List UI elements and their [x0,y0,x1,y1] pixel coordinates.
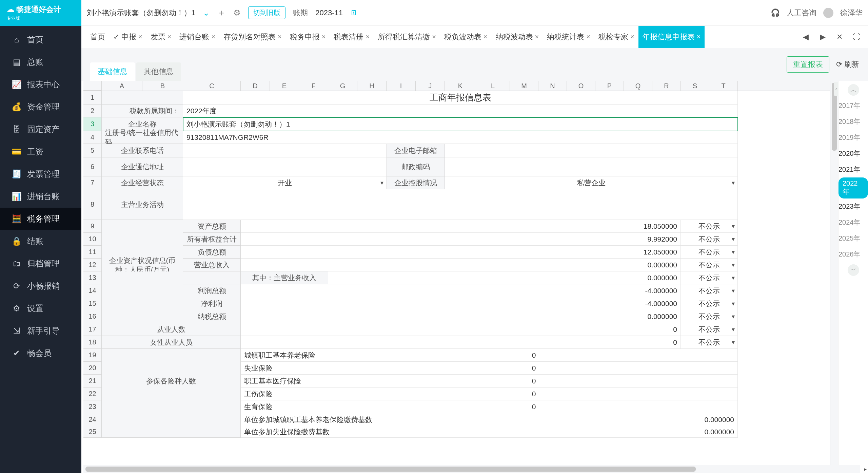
cell[interactable]: -4.000000 [241,297,681,310]
year-2020年[interactable]: 2020年 [839,146,868,162]
subtab-basic[interactable]: 基础信息 [90,62,135,81]
gear-icon[interactable]: ⚙ [233,8,241,18]
cell[interactable]: 企业资产状况信息(币种：人民币/万元) [102,259,183,271]
nav-首页[interactable]: ⌂首页 [0,29,81,51]
cell[interactable] [102,297,183,310]
tab-存货别名对照表[interactable]: 存货别名对照表× [219,26,286,48]
nav-发票管理[interactable]: 🧾发票管理 [0,163,81,185]
cell[interactable]: 不公示 [681,284,738,297]
row-header[interactable]: 5 [83,144,102,157]
row-header[interactable]: 6 [83,157,102,176]
year-2024年[interactable]: 2024年 [839,214,868,230]
cell[interactable]: 企业联系电话 [102,144,183,157]
cell[interactable] [102,271,183,284]
cell[interactable]: 负债总额 [183,246,241,259]
cell[interactable]: 0.000000 [328,271,681,284]
year-2017年[interactable]: 2017年 [839,98,868,114]
cell[interactable]: 其中：主营业务收入 [241,271,328,284]
tab-close-all-button[interactable]: ✕ [833,30,846,44]
cell[interactable]: 失业保险 [241,362,330,375]
nav-畅会员[interactable]: ✔畅会员 [0,342,81,364]
row-header[interactable]: 4 [83,131,102,144]
cell[interactable]: 税款所属期间： [102,105,183,117]
year-panel-collapse[interactable]: ‹ [834,82,839,96]
account-name[interactable]: 刘小艳演示账套（勿删勿动！）1 [87,8,195,18]
nav-资金管理[interactable]: 💰资金管理 [0,96,81,118]
user-name[interactable]: 徐泽华 [840,8,863,18]
row-header[interactable]: 2 [83,105,102,117]
tab-fullscreen-button[interactable]: ⛶ [850,30,863,44]
cell[interactable] [445,157,738,176]
cell[interactable] [102,310,183,323]
cell[interactable]: 不公示 [681,336,738,349]
cell[interactable]: 0.000000 [241,310,681,323]
row-header[interactable]: 11 [83,246,102,259]
cell[interactable]: 0.000000 [417,413,738,426]
tab-进销台账[interactable]: 进销台账× [175,26,219,48]
cell[interactable]: 0 [241,336,681,349]
row-header[interactable]: 13 [83,271,102,284]
cell[interactable]: 所有者权益合计 [183,233,241,246]
cell[interactable]: 不公示 [681,259,738,271]
close-icon[interactable]: × [138,33,142,41]
row-header[interactable]: 7 [83,176,102,189]
close-icon[interactable]: × [432,33,436,41]
cell[interactable]: 单位参加失业保险缴费基数 [241,426,417,438]
row-header[interactable]: 10 [83,233,102,246]
row-header[interactable]: 19 [83,349,102,362]
nav-税务管理[interactable]: 🧮税务管理 [0,208,81,230]
cell[interactable]: 12.050000 [241,246,681,259]
reset-report-button[interactable]: 重置报表 [787,56,829,73]
cell[interactable]: 0 [330,400,738,413]
cell[interactable]: 工伤保险 [241,387,330,400]
cell[interactable]: 参保各险种人数 [102,375,241,387]
close-icon[interactable]: × [586,33,590,41]
year-2025年[interactable]: 2025年 [839,230,868,246]
cell[interactable]: 单位参加城镇职工基本养老保险缴费基数 [241,413,417,426]
refresh-button[interactable]: ⟳刷新 [836,59,859,70]
period-value[interactable]: 2023-11 [315,8,343,17]
tab-首页[interactable]: 首页 [86,26,109,48]
horizontal-scrollbar[interactable]: ▸ [83,465,860,473]
company-name-cell[interactable]: 刘小艳演示账套（勿删勿动！）1 [183,117,738,131]
cell[interactable]: 不公示 [681,246,738,259]
nav-归档管理[interactable]: 🗂归档管理 [0,252,81,275]
nav-设置[interactable]: ⚙设置 [0,297,81,320]
cell[interactable] [102,284,183,297]
row-header[interactable]: 9 [83,220,102,233]
cell[interactable]: 主营业务活动 [102,189,183,220]
subtab-other[interactable]: 其他信息 [136,62,181,81]
cell[interactable]: 91320811MA7NGR2W6R [183,131,738,144]
cell[interactable] [183,157,387,176]
cell[interactable] [102,362,241,375]
nav-新手引导[interactable]: ⇲新手引导 [0,320,81,342]
cell[interactable]: 企业控股情况 [387,176,445,189]
close-icon[interactable]: × [278,33,282,41]
nav-总账[interactable]: ▤总账 [0,51,81,73]
cell[interactable] [102,233,183,246]
cell[interactable]: 企业经营状态 [102,176,183,189]
close-icon[interactable]: × [167,33,172,41]
cell[interactable]: 职工基本医疗保险 [241,375,330,387]
row-header[interactable]: 12 [83,259,102,271]
cell[interactable]: -4.000000 [241,284,681,297]
calendar-icon[interactable]: 🗓 [350,8,358,17]
cell[interactable]: 不公示 [681,310,738,323]
row-header[interactable]: 8 [83,189,102,220]
cell[interactable]: 不公示 [681,297,738,310]
year-2023年[interactable]: 2023年 [839,198,868,214]
year-up-button[interactable]: ︿ [848,84,859,96]
nav-工资[interactable]: 💳工资 [0,140,81,163]
cell[interactable]: 0 [330,349,738,362]
cell[interactable] [102,400,241,413]
cell[interactable] [183,189,738,220]
cell[interactable]: 开业 [183,176,387,189]
cell[interactable]: 0 [330,375,738,387]
cell[interactable]: 工商年报信息表 [183,91,738,105]
cell[interactable]: 邮政编码 [387,157,445,176]
cell[interactable]: 9.992000 [241,233,681,246]
cell[interactable]: 0.000000 [417,426,738,438]
close-icon[interactable]: × [484,33,488,41]
nav-结账[interactable]: 🔒结账 [0,230,81,252]
cell[interactable]: 不公示 [681,271,738,284]
